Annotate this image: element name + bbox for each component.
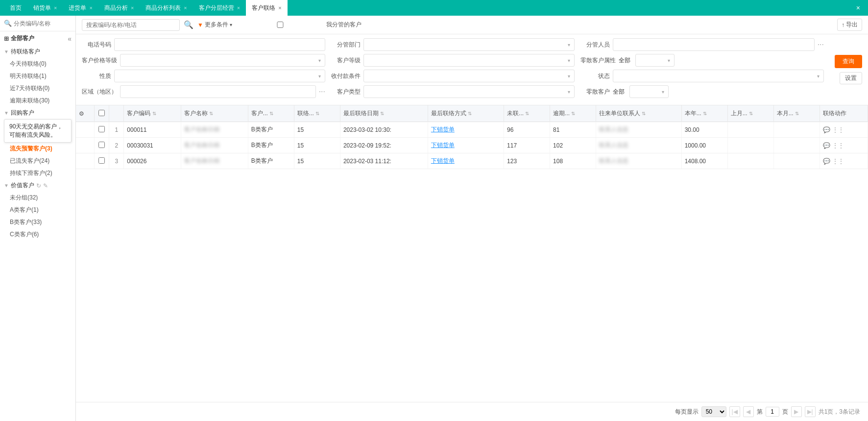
row-checkbox-2[interactable] [95,153,109,169]
code-col-header[interactable]: 客户编码 ⇅ [124,105,181,122]
sort-name-icon[interactable]: ⇅ [209,111,213,116]
sort-this-year-icon[interactable]: ⇅ [703,111,707,116]
sort-last-date-icon[interactable]: ⇅ [380,111,384,116]
select-all-checkbox[interactable] [98,110,105,116]
row-actions-2[interactable]: 💬 ⋮⋮ [820,153,868,169]
phone-input[interactable] [114,38,325,51]
sort-last-month-icon[interactable]: ⇅ [749,111,753,116]
price-level-select[interactable]: ▾ [120,54,325,67]
prev-page-button[interactable]: ◀ [743,406,754,417]
person-select[interactable] [613,38,815,51]
action-more-icon-2[interactable]: ⋮⋮ [832,158,844,165]
settings-col-header[interactable]: ⚙ [76,105,95,122]
collapse-button[interactable]: « [68,35,72,43]
this-month-col-header[interactable]: 本月... ⇅ [773,105,820,122]
sidebar-item-churn-risk[interactable]: 流失预警客户(3) [0,143,75,155]
nav-tab-customer-tier[interactable]: 客户分层经营 × [193,0,246,16]
close-analysis-tab[interactable]: × [131,5,134,11]
sort-code-icon[interactable]: ⇅ [152,111,156,116]
nav-tab-purchase[interactable]: 进货单 × [63,0,98,16]
sort-this-month-icon[interactable]: ⇅ [795,111,799,116]
overdue-col-header[interactable]: 逾期... ⇅ [550,105,596,122]
sort-contact-icon[interactable]: ⇅ [315,111,319,116]
settings-button[interactable]: 设置 [840,72,862,84]
sidebar-item-holdback[interactable]: 持续下滑客户(2) [0,167,75,179]
dept-select[interactable]: ▾ [363,38,575,51]
no-contact-col-header[interactable]: 未联... ⇅ [504,105,550,122]
last-month-col-header[interactable]: 上月... ⇅ [727,105,773,122]
row-check-1[interactable] [98,142,105,148]
row-actions-0[interactable]: 💬 ⋮⋮ [820,122,868,138]
page-number-input[interactable] [766,407,779,417]
action-more-icon-0[interactable]: ⋮⋮ [832,126,844,133]
payment-select[interactable]: ▾ [363,70,575,82]
nav-tab-analysis-table[interactable]: 商品分析列表 × [140,0,193,16]
row-last-method-1[interactable]: 下销货单 [428,138,504,153]
sidebar-item-overdue[interactable]: 逾期未联络(30) [0,95,75,107]
close-sales-tab[interactable]: × [54,5,57,11]
first-page-button[interactable]: |◀ [729,406,740,417]
sort-unit-contact-icon[interactable]: ⇅ [642,111,646,116]
row-checkbox-0[interactable] [95,122,109,138]
sidebar-item-churned[interactable]: 已流失客户(24) [0,155,75,167]
contact-col-header[interactable]: 联络... ⇅ [294,105,340,122]
nav-tab-sales[interactable]: 销货单 × [27,0,63,16]
name-col-header[interactable]: 客户名称 ⇅ [181,105,248,122]
sidebar-group-pending[interactable]: ▼ 待联络客户 [0,46,75,58]
my-customers-checkbox[interactable]: 我分管的客户 [236,21,362,29]
row-actions-1[interactable]: 💬 ⋮⋮ [820,138,868,153]
customer-level-select[interactable]: ▾ [363,54,575,67]
region-select[interactable] [120,85,316,98]
sidebar-group-value[interactable]: ▼ 价值客户 ↻ ✎ [0,179,75,192]
nav-tab-customer-contact[interactable]: 客户联络 × [246,0,287,16]
last-method-col-header[interactable]: 最后联络方式 ⇅ [428,105,504,122]
row-check-0[interactable] [98,126,105,132]
sidebar-group-churn[interactable]: ▼ 回购客户 [0,107,75,119]
row-checkbox-1[interactable] [95,138,109,153]
sort-level-icon[interactable]: ⇅ [269,111,273,116]
action-chat-icon-2[interactable]: 💬 [823,158,830,165]
level-col-header[interactable]: 客户... ⇅ [248,105,294,122]
row-last-method-2[interactable]: 下销货单 [428,153,504,169]
sort-no-contact-icon[interactable]: ⇅ [525,111,529,116]
nav-tab-home[interactable]: 首页 [4,4,27,12]
sidebar-item-tomorrow[interactable]: 明天待联络(1) [0,70,75,82]
sort-last-method-icon[interactable]: ⇅ [468,111,472,116]
window-close-button[interactable]: × [852,4,864,12]
my-customers-check[interactable] [236,22,324,28]
query-button[interactable]: 查询 [835,55,862,68]
export-button[interactable]: ↑ 导出 [837,19,862,31]
customer-type-select[interactable]: ▾ [363,85,575,98]
unit-contact-col-header[interactable]: 往来单位联系人 ⇅ [596,105,682,122]
region-dots-button[interactable]: ··· [319,87,325,96]
row-last-method-0[interactable]: 下销货单 [428,122,504,138]
close-customer-tier-tab[interactable]: × [237,5,240,11]
sidebar-item-week[interactable]: 近7天待联络(0) [0,82,75,95]
sidebar-item-today[interactable]: 今天待联络(0) [0,58,75,70]
sort-overdue-icon[interactable]: ⇅ [571,111,575,116]
last-page-button[interactable]: ▶| [805,406,816,417]
all-customers-header[interactable]: ⊞ 全部客户 « [0,31,75,46]
next-page-button[interactable]: ▶ [791,406,802,417]
action-chat-icon-1[interactable]: 💬 [823,142,830,149]
more-conditions-button[interactable]: ▼ 更多条件 ▾ [197,21,232,29]
refresh-icon[interactable]: ↻ [36,182,41,189]
person-dots-button[interactable]: ··· [818,40,824,49]
retail-select[interactable]: ▾ [629,85,669,98]
sidebar-item-c-class[interactable]: C类客户(6) [0,228,75,241]
status-select[interactable]: ▾ [613,70,824,82]
action-more-icon-1[interactable]: ⋮⋮ [832,142,844,149]
edit-icon[interactable]: ✎ [43,182,48,189]
nature-select[interactable]: ▾ [114,70,325,82]
this-year-col-header[interactable]: 本年... ⇅ [681,105,727,122]
sidebar-item-a-class[interactable]: A类客户(1) [0,204,75,216]
close-customer-contact-tab[interactable]: × [278,5,281,11]
search-button[interactable]: 🔍 [184,20,193,29]
search-input[interactable] [82,19,180,31]
nav-tab-analysis[interactable]: 商品分析 × [98,0,140,16]
checkbox-col-header[interactable] [95,105,109,122]
sidebar-search-input[interactable] [14,20,76,27]
last-date-col-header[interactable]: 最后联络日期 ⇅ [340,105,428,122]
row-check-2[interactable] [98,157,105,164]
sidebar-item-unsorted[interactable]: 未分组(32) [0,192,75,204]
